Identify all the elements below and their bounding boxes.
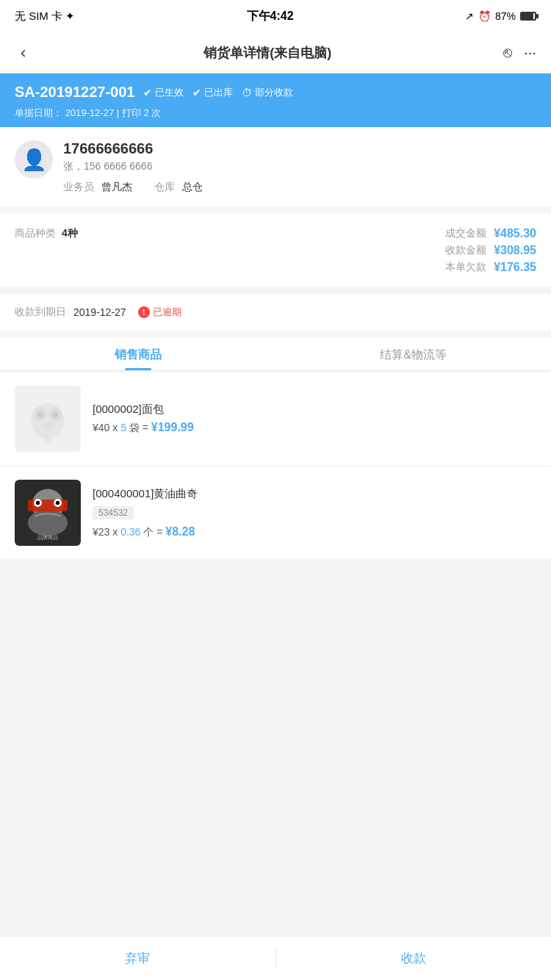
location-icon: ↗ xyxy=(465,10,474,22)
separator-2 xyxy=(0,288,551,294)
price-unit-1: ¥40 xyxy=(93,422,109,433)
check-icon-1: ✔ xyxy=(143,87,152,98)
kind-label: 商品种类 xyxy=(15,227,56,239)
tab-sales[interactable]: 销售商品 xyxy=(0,337,276,370)
clock-icon: ⏱ xyxy=(242,87,252,98)
separator-3 xyxy=(0,331,551,337)
product-tag-2: 534532 xyxy=(93,506,134,519)
price-unit-label-1: 袋 xyxy=(129,422,140,433)
svg-point-16 xyxy=(56,501,60,505)
svg-text:品+: 品+ xyxy=(43,436,53,444)
due-label: 收款到期日 xyxy=(15,306,66,319)
product-price-row-2: ¥23 x 0.36 个 = ¥8.28 xyxy=(93,525,536,539)
product-item: 品牌商品 [000400001]黄油曲奇 534532 ¥23 x 0.36 个… xyxy=(0,466,551,559)
print-count: 2 xyxy=(143,107,148,118)
summary-left: 商品种类 4种 xyxy=(15,227,445,240)
price-total-2: ¥8.28 xyxy=(165,525,195,538)
battery-icon xyxy=(520,12,536,21)
customer-subinfo: 张，156 6666 6666 xyxy=(63,160,536,173)
separator-1 xyxy=(0,208,551,214)
overdue-dot-icon: ! xyxy=(138,306,150,318)
status-effected: ✔ 已生效 xyxy=(143,86,184,99)
price-qty-1: 5 xyxy=(120,422,126,433)
price-eq-2: = xyxy=(156,526,165,538)
confirm-button[interactable]: 收款 xyxy=(276,943,552,974)
price-unit-2: ¥23 xyxy=(93,526,109,538)
svg-point-7 xyxy=(42,421,54,429)
status-shipped-label: 已出库 xyxy=(204,86,233,99)
receipt-amount-label: 收款金额 xyxy=(445,244,486,257)
salesperson-field: 业务员 曾凡杰 xyxy=(63,181,132,194)
price-qty-2: 0.36 xyxy=(120,526,140,538)
customer-section: 👤 17666666666 张，156 6666 6666 业务员 曾凡杰 仓库… xyxy=(0,127,551,207)
status-left: 无 SIM 卡 ✦ xyxy=(15,10,75,24)
order-banner: SA-20191227-001 ✔ 已生效 ✔ 已出库 ⏱ 部分收款 单据日期：… xyxy=(0,73,551,127)
status-partial-label: 部分收款 xyxy=(255,86,293,99)
product-code-name-1: [0000002]面包 xyxy=(93,403,536,417)
nav-bar: ‹ 销货单详情(来自电脑) ⎋ ··· xyxy=(0,32,551,73)
cancel-button[interactable]: 弃审 xyxy=(0,943,276,974)
customer-meta-row: 业务员 曾凡杰 仓库 总仓 xyxy=(63,181,536,194)
product-code-name-2: [000400001]黄油曲奇 xyxy=(93,487,536,501)
due-date-value: 2019-12-27 xyxy=(73,306,126,318)
svg-text:品牌商品: 品牌商品 xyxy=(37,534,58,541)
status-partial: ⏱ 部分收款 xyxy=(242,86,293,99)
product-thumbnail-1: 品+ xyxy=(15,386,81,452)
check-icon-2: ✔ xyxy=(192,87,201,98)
avatar-icon: 👤 xyxy=(21,148,47,172)
status-right: ↗ ⏰ 87% xyxy=(465,10,536,22)
back-button[interactable]: ‹ xyxy=(15,40,32,65)
customer-info: 17666666666 张，156 6666 6666 业务员 曾凡杰 仓库 总… xyxy=(63,140,536,194)
salesperson-value: 曾凡杰 xyxy=(101,181,132,192)
tabs-bar: 销售商品 结算&物流等 xyxy=(0,337,551,371)
receipt-amount-row: 收款金额 ¥308.95 xyxy=(445,244,536,257)
status-shipped: ✔ 已出库 xyxy=(192,86,233,99)
no-sim-label: 无 SIM 卡 ✦ xyxy=(15,10,75,24)
more-button[interactable]: ··· xyxy=(524,44,536,61)
product-image-2: 品牌商品 xyxy=(15,480,81,546)
price-total-1: ¥199.99 xyxy=(151,421,194,433)
product-item: 品+ [0000002]面包 ¥40 x 5 袋 = ¥199.99 xyxy=(0,372,551,465)
warehouse-label: 仓库 xyxy=(154,181,175,192)
print-separator: | 打印 xyxy=(117,107,141,118)
svg-rect-12 xyxy=(28,500,68,511)
share-button[interactable]: ⎋ xyxy=(503,44,512,61)
overdue-label: 已逾期 xyxy=(153,306,181,319)
tab-settlement[interactable]: 结算&物流等 xyxy=(276,337,551,370)
receipt-amount-value: ¥308.95 xyxy=(494,244,536,257)
bottom-bar: 弃审 收款 xyxy=(0,936,551,980)
banner-row2: 单据日期： 2019-12-27 | 打印 2 次 xyxy=(15,107,536,120)
price-sep-2: x xyxy=(112,526,120,538)
deal-amount-value: ¥485.30 xyxy=(494,227,536,240)
tab-sales-label: 销售商品 xyxy=(115,348,162,361)
banner-row1: SA-20191227-001 ✔ 已生效 ✔ 已出库 ⏱ 部分收款 xyxy=(15,84,536,101)
deal-amount-label: 成交金额 xyxy=(445,227,486,240)
price-unit-label-2: 个 xyxy=(143,526,154,538)
svg-point-6 xyxy=(54,413,58,417)
product-list: 品+ [0000002]面包 ¥40 x 5 袋 = ¥199.99 xyxy=(0,372,551,559)
order-date: 2019-12-27 xyxy=(65,107,115,118)
product-info-1: [0000002]面包 ¥40 x 5 袋 = ¥199.99 xyxy=(93,403,536,435)
page-title: 销货单详情(来自电脑) xyxy=(204,44,331,62)
price-sep-1: x xyxy=(112,422,120,433)
owed-label: 本单欠款 xyxy=(445,261,486,274)
alarm-icon: ⏰ xyxy=(478,10,491,22)
tab-settlement-label: 结算&物流等 xyxy=(380,348,447,361)
bottom-spacer xyxy=(0,561,551,612)
deal-amount-row: 成交金额 ¥485.30 xyxy=(445,227,536,240)
product-image-placeholder-1: 品+ xyxy=(22,393,73,444)
order-id: SA-20191227-001 xyxy=(15,84,134,101)
warehouse-value: 总仓 xyxy=(182,181,203,192)
overdue-badge: ! 已逾期 xyxy=(138,306,181,319)
print-suffix: 次 xyxy=(151,107,161,118)
nav-right-actions: ⎋ ··· xyxy=(503,44,536,61)
owed-amount-row: 本单欠款 ¥176.35 xyxy=(445,261,536,274)
battery-label: 87% xyxy=(495,10,516,22)
product-info-2: [000400001]黄油曲奇 534532 ¥23 x 0.36 个 = ¥8… xyxy=(93,487,536,539)
status-time: 下午4:42 xyxy=(247,9,294,24)
customer-phone: 17666666666 xyxy=(63,140,536,157)
summary-right: 成交金额 ¥485.30 收款金额 ¥308.95 本单欠款 ¥176.35 xyxy=(445,227,536,274)
summary-section: 商品种类 4种 成交金额 ¥485.30 收款金额 ¥308.95 本单欠款 ¥… xyxy=(0,214,551,287)
customer-avatar: 👤 xyxy=(15,140,53,179)
svg-point-5 xyxy=(38,413,43,417)
